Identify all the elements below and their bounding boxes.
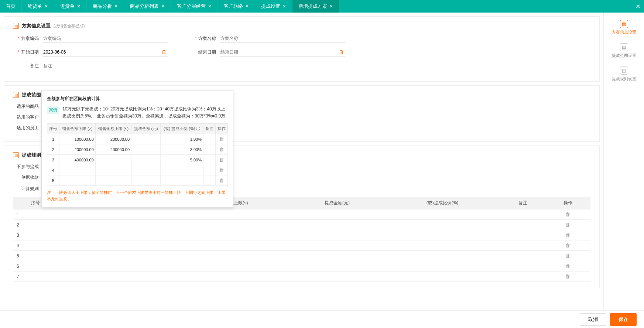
delete-icon[interactable]: 🗑 bbox=[219, 157, 224, 163]
tab-首页[interactable]: 首页 bbox=[0, 0, 22, 13]
example-row: 3400000.005.00%🗑 bbox=[47, 155, 228, 165]
label-start-date: 开始日期 bbox=[13, 49, 42, 55]
input-plan-name[interactable] bbox=[220, 34, 345, 43]
delete-icon[interactable]: 🗑 bbox=[219, 167, 224, 173]
step-2[interactable]: ▤提成规则设置 bbox=[612, 66, 636, 82]
input-start-date[interactable] bbox=[42, 48, 160, 56]
step-icon: ▤ bbox=[620, 43, 628, 51]
example-row: 2200000.00400000.003.00%🗑 bbox=[47, 144, 228, 155]
tab-商品分析[interactable]: 商品分析✕ bbox=[87, 0, 124, 13]
panel-icon: ▤ bbox=[13, 23, 19, 29]
panel-subtitle: (按销售金额提成) bbox=[54, 23, 85, 29]
label-remark: 备注 bbox=[13, 63, 42, 69]
label-collect: 单据收款 bbox=[13, 174, 42, 181]
tab-bar: 首页销货单✕进货单✕商品分析✕商品分析列表✕客户分层经营✕客户联络✕提成设置✕新… bbox=[0, 0, 644, 13]
panel-title: 方案信息设置 bbox=[22, 23, 51, 29]
tooltip-example-panel: 全额参与所在区间段的计算 案例 10万元以下无提成；10~20万元提成比例为1%… bbox=[41, 90, 233, 207]
step-label: 方案信息设置 bbox=[612, 30, 636, 35]
step-icon: ▤ bbox=[620, 66, 628, 75]
calendar-icon[interactable]: 🗓 bbox=[338, 49, 345, 55]
table-row[interactable]: 1🗑 bbox=[13, 209, 590, 220]
close-icon[interactable]: ✕ bbox=[208, 4, 212, 9]
label-plan-name: 方案名称 bbox=[190, 35, 220, 42]
label-staff: 适用的员工 bbox=[13, 125, 42, 131]
footer-bar: 取消 保存 bbox=[0, 310, 644, 321]
label-customer: 适用的客户 bbox=[13, 114, 42, 120]
close-icon[interactable]: ✕ bbox=[329, 4, 333, 9]
table-row[interactable]: 2🗑 bbox=[13, 220, 590, 230]
label-exclude: 不参与提成 bbox=[13, 164, 42, 170]
delete-icon[interactable]: 🗑 bbox=[565, 232, 570, 238]
rules-table: 序号销售金额下限(>)销售金额上限(≤)提成金额(元)(或)提成比例(%)备注操… bbox=[13, 197, 590, 282]
input-end-date[interactable] bbox=[220, 48, 338, 56]
table-row[interactable]: 7🗑 bbox=[13, 271, 590, 282]
tab-新增提成方案[interactable]: 新增提成方案✕ bbox=[292, 0, 339, 13]
delete-icon[interactable]: 🗑 bbox=[565, 212, 570, 217]
label-goods: 适用的商品 bbox=[13, 103, 42, 110]
tooltip-note: 注：上限必须大于下限；多个阶梯时，下一个阶梯下限要等于前一阶梯上限；不同行之间下… bbox=[47, 189, 228, 202]
delete-icon[interactable]: 🗑 bbox=[565, 222, 570, 228]
example-row: 5🗑 bbox=[47, 175, 228, 186]
example-badge: 案例 bbox=[47, 106, 59, 114]
delete-icon[interactable]: 🗑 bbox=[565, 263, 570, 269]
example-text: 10万元以下无提成；10~20万元提成比例为1%；20~40万提成比例为3%；4… bbox=[62, 106, 228, 120]
close-icon[interactable]: ✕ bbox=[114, 4, 118, 9]
tab-客户联络[interactable]: 客户联络✕ bbox=[218, 0, 255, 13]
step-1[interactable]: ▤提成范围设置 bbox=[612, 43, 636, 58]
delete-icon[interactable]: 🗑 bbox=[565, 243, 570, 248]
tab-进货单[interactable]: 进货单✕ bbox=[54, 0, 87, 13]
delete-icon[interactable]: 🗑 bbox=[219, 178, 224, 183]
panel-icon: ▤ bbox=[13, 152, 19, 158]
label-end-date: 结束日期 bbox=[190, 49, 220, 55]
delete-icon[interactable]: 🗑 bbox=[565, 274, 570, 279]
save-button[interactable]: 保存 bbox=[610, 313, 637, 322]
delete-icon[interactable]: 🗑 bbox=[565, 253, 570, 259]
step-icon: ▤ bbox=[620, 20, 628, 28]
close-icon[interactable]: ✕ bbox=[44, 4, 48, 9]
example-row: 1100000.00200000.001.00%🗑 bbox=[47, 134, 228, 144]
delete-icon[interactable]: 🗑 bbox=[219, 147, 224, 152]
tab-客户分层经营[interactable]: 客户分层经营✕ bbox=[171, 0, 218, 13]
tab-商品分析列表[interactable]: 商品分析列表✕ bbox=[124, 0, 171, 13]
label-plan-code: 方案编码 bbox=[13, 35, 42, 42]
table-row[interactable]: 5🗑 bbox=[13, 251, 590, 261]
table-row[interactable]: 6🗑 bbox=[13, 261, 590, 271]
example-table: 序号销售金额下限 (>)销售金额上限 (≤)提成金额 (元)(或) 提成比例 (… bbox=[47, 123, 228, 186]
step-label: 提成范围设置 bbox=[612, 53, 636, 58]
input-plan-code[interactable] bbox=[42, 34, 168, 43]
cancel-button[interactable]: 取消 bbox=[580, 313, 606, 322]
right-step-nav: ▤方案信息设置▤提成范围设置▤提成规则设置 bbox=[603, 13, 644, 321]
input-remark[interactable] bbox=[42, 62, 330, 70]
panel-icon: ▤ bbox=[13, 92, 19, 98]
close-icon[interactable]: ✕ bbox=[161, 4, 165, 9]
close-icon[interactable]: ✕ bbox=[282, 4, 286, 9]
example-row: 4🗑 bbox=[47, 165, 228, 175]
close-icon[interactable]: ✕ bbox=[77, 4, 80, 9]
tabbar-close-button[interactable]: ✕ bbox=[631, 0, 644, 13]
step-label: 提成规则设置 bbox=[612, 76, 636, 82]
tooltip-title: 全额参与所在区间段的计算 bbox=[47, 96, 228, 102]
calendar-icon[interactable]: 🗓 bbox=[160, 49, 168, 55]
table-row[interactable]: 4🗑 bbox=[13, 240, 590, 251]
label-calc-rule: 计算规则 bbox=[13, 186, 42, 192]
tab-提成设置[interactable]: 提成设置✕ bbox=[255, 0, 292, 13]
tab-销货单[interactable]: 销货单✕ bbox=[22, 0, 54, 13]
delete-icon[interactable]: 🗑 bbox=[219, 136, 224, 142]
table-row[interactable]: 3🗑 bbox=[13, 230, 590, 240]
step-0[interactable]: ▤方案信息设置 bbox=[612, 20, 636, 35]
panel-plan-info: ▤ 方案信息设置 (按销售金额提成) 方案编码 方案名称 开始日期 bbox=[4, 16, 600, 82]
close-icon[interactable]: ✕ bbox=[245, 4, 249, 9]
